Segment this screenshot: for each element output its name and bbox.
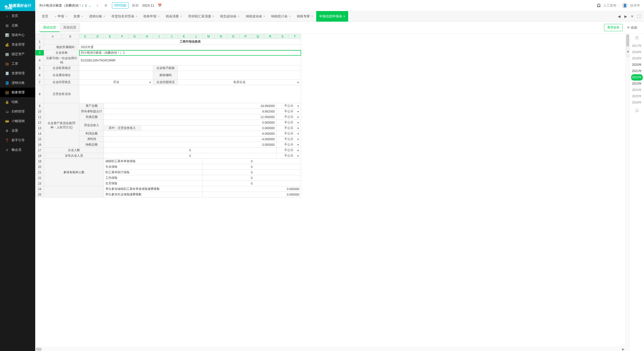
row-header-20[interactable]: 20 xyxy=(35,164,44,170)
nav-item-7[interactable]: 📘进销台账 xyxy=(0,78,35,88)
fin-value-3[interactable]: 0.000000 xyxy=(104,120,276,125)
row-header-22[interactable]: 22 xyxy=(35,175,44,181)
tab-close-icon[interactable]: × xyxy=(263,14,265,18)
nav-item-4[interactable]: 🏢固定资产 xyxy=(0,49,35,59)
col-header-L[interactable]: L xyxy=(190,34,203,39)
col-header-B[interactable]: B xyxy=(62,34,79,39)
col-header-H[interactable]: H xyxy=(141,34,153,39)
address-input[interactable] xyxy=(79,71,153,80)
tabs-close-button[interactable]: ✕ xyxy=(629,13,635,20)
row-header-25[interactable]: 25 xyxy=(35,192,44,197)
tab-close-icon[interactable]: × xyxy=(311,14,313,18)
horizontal-scrollbar[interactable]: ▶ xyxy=(35,347,625,351)
row-header-23[interactable]: 23 xyxy=(35,181,44,186)
nav-item-6[interactable]: 🧾发票管理 xyxy=(0,68,35,78)
row-header-14[interactable]: 14 xyxy=(35,131,44,136)
nav-item-1[interactable]: ▤总账 xyxy=(0,21,35,30)
tab-close-icon[interactable]: × xyxy=(65,14,67,18)
fullscreen-button[interactable]: ⛶ xyxy=(635,13,642,20)
femp-value[interactable]: 0 xyxy=(104,153,276,159)
col-header-S[interactable]: S xyxy=(276,34,289,39)
row-header-17[interactable]: 17 xyxy=(35,148,44,153)
emp-value[interactable]: 0 xyxy=(104,148,276,153)
fin-value-5[interactable]: -4.000000 xyxy=(104,136,276,142)
tab-4[interactable]: 存货别名对照表× xyxy=(108,11,141,22)
col-header-K[interactable]: K xyxy=(178,34,190,39)
nav-item-9[interactable]: 🔒结账 xyxy=(0,97,35,107)
add-account-button[interactable]: ＋ xyxy=(95,3,100,8)
col-header-E[interactable]: E xyxy=(104,34,116,39)
row-header-19[interactable]: 19 xyxy=(35,159,44,164)
col-header-F[interactable]: F xyxy=(116,34,129,39)
ins-value-3[interactable]: 0 xyxy=(203,175,301,181)
nav-item-12[interactable]: ⚙设置 xyxy=(0,126,35,135)
col-header-T[interactable]: T xyxy=(289,34,301,39)
ins-value-2[interactable]: 0 xyxy=(203,170,301,175)
nav-item-0[interactable]: ⌂首页 xyxy=(0,11,35,21)
tab-1[interactable]: ⌄申报× xyxy=(51,11,70,22)
company-name-input[interactable]: 刘小艳演示账套（勿删勿动！）1 xyxy=(79,50,301,56)
year-2023年[interactable]: 2023年 xyxy=(631,81,643,87)
holding-select[interactable]: 私营企业▼ xyxy=(178,80,301,85)
refresh-button[interactable]: ⟳ 刷新 xyxy=(625,24,640,31)
tabs-prev-button[interactable]: ◀ xyxy=(616,13,622,20)
col-header-R[interactable]: R xyxy=(264,34,276,39)
row-header-1[interactable]: 1 xyxy=(35,39,44,45)
base-value-1[interactable]: 0.000000 xyxy=(203,192,301,197)
col-header-G[interactable]: G xyxy=(129,34,141,39)
fin-vis-2[interactable]: 不公示▼ xyxy=(276,114,301,120)
year-2022年[interactable]: 2022年 xyxy=(631,74,643,81)
ins-value-0[interactable]: 0 xyxy=(203,159,301,164)
col-header-O[interactable]: O xyxy=(227,34,239,39)
fin-value-6[interactable]: 0.000000 xyxy=(104,142,276,148)
tab-close-icon[interactable]: × xyxy=(343,14,345,18)
row-header-15[interactable]: 15 xyxy=(35,136,44,142)
fin-value-4[interactable]: -4.000000 xyxy=(104,131,276,136)
col-header-I[interactable]: I xyxy=(153,34,166,39)
zip-input[interactable] xyxy=(178,71,301,80)
year-up-button[interactable]: ⌃ xyxy=(635,36,639,40)
fin-vis-6[interactable]: 不公示▼ xyxy=(276,142,301,148)
period-value[interactable]: 2023-11 xyxy=(142,4,154,7)
tab-close-icon[interactable]: × xyxy=(136,14,138,18)
row-header-21[interactable]: 21 xyxy=(35,170,44,175)
account-selector[interactable]: 刘小艳演示账套（勿删勿动！）1 ⌄ xyxy=(39,3,91,8)
nav-item-11[interactable]: 💳小畅报销 xyxy=(0,116,35,126)
row-header-6[interactable]: 6 xyxy=(35,71,44,80)
nav-item-3[interactable]: 💰资金管理 xyxy=(0,40,35,49)
reset-report-button[interactable]: 重置报表 xyxy=(604,24,623,31)
tab-close-icon[interactable]: × xyxy=(81,14,83,18)
row-header-7[interactable]: 7 xyxy=(35,80,44,85)
tabs-next-button[interactable]: ▶ xyxy=(622,13,629,20)
row-header-5[interactable]: 5 xyxy=(35,65,44,71)
subrev-vis[interactable]: 不公示▼ xyxy=(276,125,301,131)
tab-0[interactable]: 首页 xyxy=(39,11,51,22)
tab-8[interactable]: 税负波动表× xyxy=(217,11,243,22)
tab-2[interactable]: 发票× xyxy=(70,11,86,22)
year-2020年[interactable]: 2020年 xyxy=(631,62,643,68)
fin-vis-0[interactable]: 不公示▼ xyxy=(276,103,301,109)
spreadsheet[interactable]: ABCDEFGHIJKLMNOPQRST1工商年报信息表2税款所属期间：2022… xyxy=(35,34,625,347)
row-header-12[interactable]: 12 xyxy=(35,120,44,125)
fin-vis-1[interactable]: 不公示▼ xyxy=(276,109,301,114)
row-header-3[interactable]: 3 xyxy=(35,50,44,56)
tab-close-icon[interactable]: × xyxy=(289,14,291,18)
email-input[interactable] xyxy=(178,65,301,71)
femp-vis[interactable]: 不公示▼ xyxy=(276,153,301,159)
phone-input[interactable] xyxy=(79,65,153,71)
col-header-M[interactable]: M xyxy=(203,34,215,39)
row-header-4[interactable]: 4 xyxy=(35,56,44,65)
nav-item-10[interactable]: 🗂归档管理 xyxy=(0,107,35,116)
col-header-P[interactable]: P xyxy=(239,34,252,39)
tab-5[interactable]: 税务申报× xyxy=(140,11,163,22)
fin-value-2[interactable]: 12.050000 xyxy=(104,114,276,120)
tab-9[interactable]: 纳税波动表× xyxy=(243,11,268,22)
row-header-11[interactable]: 11 xyxy=(35,114,44,120)
calendar-icon[interactable]: 📅 xyxy=(158,4,162,7)
nav-item-5[interactable]: 💼工资 xyxy=(0,59,35,68)
nav-item-13[interactable]: ❓新手引导 xyxy=(0,135,35,145)
fin-vis-5[interactable]: 不公示▼ xyxy=(276,136,301,142)
fin-value-1[interactable]: 9.992000 xyxy=(104,109,276,114)
support-link[interactable]: 人工咨询 xyxy=(603,3,616,8)
tab-11[interactable]: 税检专家× xyxy=(294,11,316,22)
